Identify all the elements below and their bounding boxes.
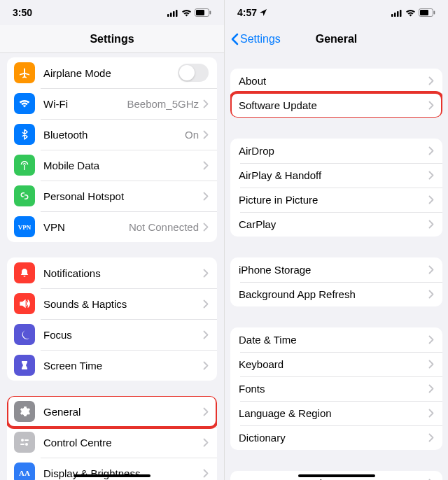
row-label: Background App Refresh: [239, 288, 428, 300]
row-label: Picture in Picture: [239, 194, 428, 206]
row-label: About: [239, 75, 428, 87]
chevron-right-icon: [428, 290, 434, 299]
chevron-right-icon: [428, 101, 434, 110]
row-keyboard[interactable]: Keyboard: [230, 352, 442, 376]
row-notifications[interactable]: Notifications: [7, 257, 217, 288]
row-dictionary[interactable]: Dictionary: [230, 425, 442, 450]
wifi-status-icon: [181, 9, 192, 17]
battery-icon: [195, 8, 211, 17]
chevron-right-icon: [428, 195, 434, 204]
gear-icon: [14, 401, 35, 422]
back-button[interactable]: Settings: [230, 33, 281, 45]
general-screen: 4:57 Settings General AboutSoftware Upda…: [224, 0, 448, 480]
chevron-right-icon: [428, 265, 434, 274]
chevron-right-icon: [428, 335, 434, 344]
chevron-right-icon: [203, 299, 209, 309]
settings-group: Date & TimeKeyboardFontsLanguage & Regio…: [230, 327, 442, 450]
row-carplay[interactable]: CarPlay: [230, 212, 442, 237]
chevron-right-icon: [203, 269, 209, 278]
location-icon: [260, 9, 267, 16]
svg-rect-25: [394, 13, 396, 17]
row-label: Software Update: [239, 99, 428, 111]
chevron-right-icon: [203, 330, 209, 339]
nav-title: General: [316, 33, 358, 45]
svg-rect-11: [20, 444, 24, 445]
settings-group: GeneralControl CentreAADisplay & Brightn…: [7, 396, 217, 480]
row-label: Fonts: [239, 383, 428, 395]
row-label: AirPlay & Handoff: [239, 169, 428, 181]
cellular-icon: [391, 9, 402, 17]
row-airdrop[interactable]: AirDrop: [230, 139, 442, 163]
row-mobiledata[interactable]: Mobile Data: [7, 150, 217, 181]
row-label: VPN, DNS & Device Management: [239, 477, 428, 480]
row-general[interactable]: General: [7, 396, 217, 427]
row-vpn[interactable]: VPNVPNNot Connected: [7, 211, 217, 242]
row-label: Personal Hotspot: [43, 190, 203, 202]
row-label: Wi-Fi: [43, 98, 127, 110]
svg-rect-29: [420, 10, 428, 15]
row-focus[interactable]: Focus: [7, 319, 217, 350]
settings-group: iPhone StorageBackground App Refresh: [230, 257, 442, 306]
row-storage[interactable]: iPhone Storage: [230, 257, 442, 282]
chevron-right-icon: [203, 130, 209, 139]
row-label: Screen Time: [43, 360, 203, 372]
row-bluetooth[interactable]: BluetoothOn: [7, 119, 217, 150]
row-fonts[interactable]: Fonts: [230, 376, 442, 401]
row-airplay[interactable]: AirPlay & Handoff: [230, 163, 442, 188]
svg-rect-2: [173, 11, 175, 17]
row-hotspot[interactable]: Personal Hotspot: [7, 181, 217, 211]
row-label: Notifications: [43, 267, 203, 279]
row-airplane[interactable]: Airplane Mode: [7, 57, 217, 88]
row-label: Language & Region: [239, 407, 428, 419]
bell-icon: [14, 262, 35, 283]
settings-screen: 3:50 Settings Airplane ModeWi-FiBeebom_5…: [0, 0, 224, 480]
row-about[interactable]: About: [230, 69, 442, 93]
svg-text:VPN: VPN: [18, 224, 31, 231]
chevron-right-icon: [428, 220, 434, 229]
settings-group: NotificationsSounds & HapticsFocusScreen…: [7, 257, 217, 381]
home-indicator[interactable]: [298, 474, 375, 477]
row-label: CarPlay: [239, 218, 428, 230]
wifi-icon: [14, 93, 35, 114]
chevron-right-icon: [428, 171, 434, 180]
row-softwareupdate[interactable]: Software Update: [230, 93, 442, 118]
svg-rect-1: [170, 13, 172, 17]
chevron-right-icon: [203, 223, 209, 232]
row-label: Sounds & Haptics: [43, 298, 203, 310]
row-pip[interactable]: Picture in Picture: [230, 188, 442, 212]
chevron-right-icon: [203, 407, 209, 416]
row-label: VPN: [43, 221, 129, 233]
row-datetime[interactable]: Date & Time: [230, 327, 442, 352]
row-sounds[interactable]: Sounds & Haptics: [7, 288, 217, 319]
moon-icon: [14, 324, 35, 345]
aa-icon: AA: [14, 463, 35, 480]
status-time: 4:57: [237, 7, 267, 18]
chevron-right-icon: [203, 192, 209, 201]
antenna-icon: [14, 155, 35, 176]
bluetooth-icon: [14, 124, 35, 145]
cellular-icon: [167, 9, 178, 17]
row-label: General: [43, 406, 203, 418]
row-controlcentre[interactable]: Control Centre: [7, 427, 217, 458]
row-bgrefresh[interactable]: Background App Refresh: [230, 282, 442, 306]
general-list[interactable]: AboutSoftware UpdateAirDropAirPlay & Han…: [225, 53, 448, 480]
svg-point-8: [21, 439, 24, 442]
status-bar: 4:57: [225, 0, 448, 25]
nav-title: Settings: [90, 33, 134, 45]
svg-rect-26: [397, 11, 399, 17]
row-wifi[interactable]: Wi-FiBeebom_5GHz: [7, 88, 217, 119]
settings-list[interactable]: Airplane ModeWi-FiBeebom_5GHzBluetoothOn…: [0, 53, 224, 480]
toggle-airplane[interactable]: [178, 64, 209, 82]
vpn-icon: VPN: [14, 216, 35, 237]
hourglass-icon: [14, 355, 35, 376]
row-label: Date & Time: [239, 334, 428, 346]
row-language[interactable]: Language & Region: [230, 401, 442, 425]
chevron-right-icon: [203, 469, 209, 478]
row-value: Beebom_5GHz: [127, 98, 199, 110]
chevron-right-icon: [203, 99, 209, 108]
row-label: AirDrop: [239, 145, 428, 157]
chevron-right-icon: [428, 146, 434, 155]
home-indicator[interactable]: [74, 474, 150, 477]
row-screentime[interactable]: Screen Time: [7, 350, 217, 381]
wifi-status-icon: [405, 9, 416, 17]
